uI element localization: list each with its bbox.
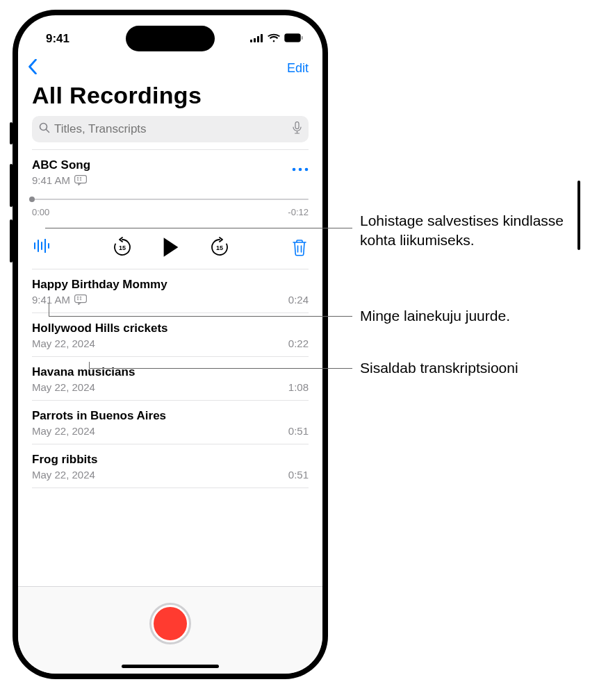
recording-duration: 1:08: [288, 381, 309, 393]
battery-icon: [284, 32, 303, 46]
recording-subtitle: May 22, 2024: [32, 469, 95, 481]
recording-row[interactable]: Parrots in Buenos AiresMay 22, 20240:51: [32, 401, 309, 444]
svg-rect-5: [286, 35, 300, 41]
skip-forward-15-button[interactable]: 15: [209, 237, 230, 258]
record-indicator: [154, 607, 187, 640]
recording-row[interactable]: Havana musiciansMay 22, 20241:08: [32, 357, 309, 401]
power-button: [577, 181, 580, 250]
callout-line: [89, 362, 90, 369]
callout-line: [49, 303, 49, 317]
recording-duration: 0:22: [288, 338, 309, 349]
edit-button[interactable]: Edit: [287, 61, 309, 76]
recording-title: Hollywood Hills crickets: [32, 322, 309, 335]
svg-rect-6: [302, 36, 303, 40]
recording-row[interactable]: Hollywood Hills cricketsMay 22, 20240:22: [32, 313, 309, 357]
svg-point-13: [305, 168, 309, 172]
callout-line: [45, 228, 352, 228]
nav-bar: Edit: [18, 53, 322, 82]
recording-subtitle: 9:41 AM: [32, 294, 70, 306]
recording-subtitle: May 22, 2024: [32, 381, 95, 393]
transcript-icon: [74, 175, 87, 185]
recording-title: Frog ribbits: [32, 453, 309, 467]
bottom-toolbar: [18, 586, 322, 674]
cellular-icon: [250, 32, 263, 46]
recording-title: Havana musicians: [32, 365, 309, 379]
search-icon: [39, 122, 50, 136]
screen: 9:41 Edit All Recordings: [18, 15, 322, 674]
recording-duration: 0:51: [288, 469, 309, 481]
svg-rect-0: [250, 40, 252, 42]
back-button[interactable]: [28, 58, 38, 79]
svg-text:15: 15: [119, 244, 126, 251]
recording-expanded: ABC Song 9:41 AM: [32, 149, 309, 269]
recording-row[interactable]: Happy Birthday Mommy9:41 AM0:24: [32, 269, 309, 313]
dictation-icon[interactable]: [293, 122, 302, 137]
callout-wave: Minge lainekuju juurde.: [360, 306, 510, 326]
recording-time: 9:41 AM: [32, 174, 70, 186]
dynamic-island: [126, 26, 215, 51]
callout-line: [89, 368, 352, 369]
svg-point-12: [299, 168, 302, 172]
waveform-button[interactable]: [33, 239, 50, 256]
home-indicator[interactable]: [122, 665, 219, 668]
scrub-elapsed: 0:00: [32, 207, 49, 217]
delete-button[interactable]: [292, 239, 307, 256]
search-input[interactable]: [54, 122, 288, 136]
scrubber-thumb[interactable]: [29, 197, 35, 202]
status-time: 9:41: [46, 32, 69, 46]
callout-transcript: Sisaldab transkriptsiooni: [360, 358, 518, 378]
page-title: All Recordings: [18, 82, 322, 115]
svg-rect-3: [261, 34, 263, 42]
transcript-icon: [74, 294, 87, 305]
recording-subtitle: May 22, 2024: [32, 425, 95, 437]
search-field[interactable]: [32, 116, 309, 142]
recording-subtitle: May 22, 2024: [32, 338, 95, 349]
more-button[interactable]: [292, 158, 309, 176]
svg-text:15: 15: [216, 244, 223, 251]
callout-line: [49, 316, 352, 317]
skip-back-15-button[interactable]: 15: [112, 237, 133, 258]
recording-title: ABC Song: [32, 158, 90, 172]
play-button[interactable]: [162, 237, 180, 258]
recording-row[interactable]: Frog ribbitsMay 22, 20240:51: [32, 444, 309, 488]
wifi-icon: [268, 32, 280, 46]
recording-duration: 0:24: [288, 294, 309, 306]
recording-title: Parrots in Buenos Aires: [32, 409, 309, 423]
svg-point-11: [293, 168, 296, 172]
playback-scrubber[interactable]: [32, 199, 309, 200]
svg-line-8: [47, 130, 49, 133]
recording-title: Happy Birthday Mommy: [32, 278, 309, 292]
svg-rect-1: [254, 38, 256, 42]
svg-rect-2: [257, 36, 259, 42]
svg-rect-9: [295, 122, 299, 129]
recording-duration: 0:51: [288, 425, 309, 437]
scrub-remaining: -0:12: [288, 207, 309, 217]
record-button[interactable]: [149, 603, 191, 644]
phone-frame: 9:41 Edit All Recordings: [13, 10, 328, 679]
callout-scrub: Lohistage salvestises kindlasse kohta li…: [360, 211, 568, 251]
